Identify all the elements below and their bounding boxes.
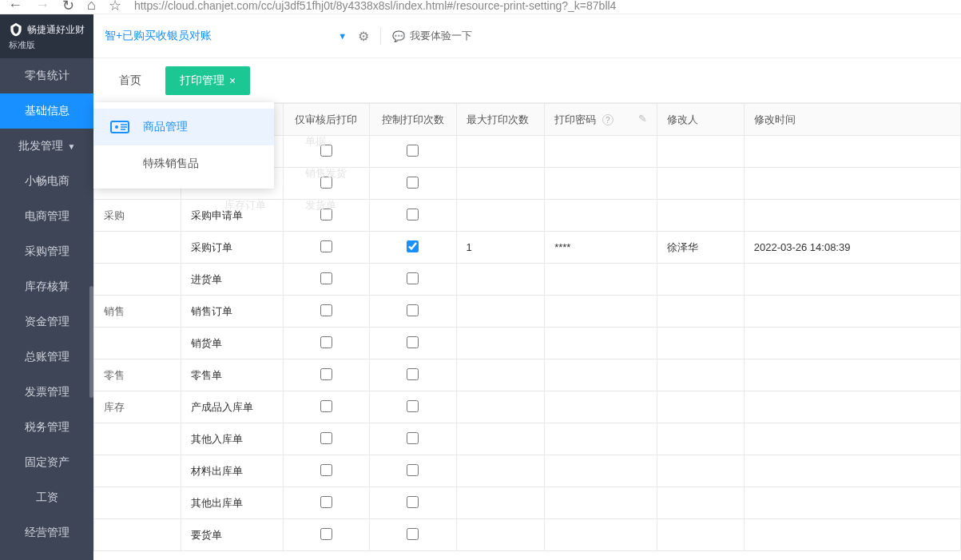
flyout-item-0[interactable]: 商品管理: [93, 109, 274, 145]
after-audit-checkbox[interactable]: [320, 177, 332, 189]
edit-icon[interactable]: ✎: [638, 113, 647, 125]
sidebar-item-label: 工资: [36, 490, 58, 505]
cell-max-count[interactable]: [456, 296, 545, 328]
tab-1[interactable]: 打印管理×: [165, 66, 250, 95]
cell-password[interactable]: [545, 423, 657, 455]
cell-max-count[interactable]: [456, 359, 545, 391]
after-audit-checkbox[interactable]: [320, 336, 332, 348]
sidebar-item-2[interactable]: 批发管理▼: [0, 129, 93, 164]
cell-document: 进货单: [181, 264, 283, 296]
cell-after-audit: [283, 455, 370, 487]
cell-modifier: [657, 423, 745, 455]
logo-icon: [8, 22, 24, 38]
after-audit-checkbox[interactable]: [320, 528, 332, 540]
cell-max-count[interactable]: [456, 423, 545, 455]
control-count-checkbox[interactable]: [407, 145, 419, 157]
cell-max-count[interactable]: [456, 264, 545, 296]
cell-password[interactable]: [545, 168, 657, 200]
sidebar-item-7[interactable]: 资金管理: [0, 304, 93, 340]
control-count-checkbox[interactable]: [407, 464, 419, 476]
cell-max-count[interactable]: [456, 391, 545, 423]
chat-icon: 💬: [392, 30, 405, 42]
cell-document: 销货单: [181, 328, 283, 359]
sidebar-item-0[interactable]: 零售统计: [0, 58, 93, 93]
after-audit-checkbox[interactable]: [320, 368, 332, 380]
forward-icon[interactable]: →: [35, 0, 50, 14]
cell-modify-time: [744, 136, 960, 168]
cell-max-count[interactable]: [456, 136, 545, 168]
refresh-icon[interactable]: ↻: [62, 0, 74, 14]
cell-password[interactable]: [545, 296, 657, 328]
sidebar-item-1[interactable]: 基础信息: [0, 93, 93, 129]
tab-0[interactable]: 首页: [105, 66, 156, 95]
sidebar-item-6[interactable]: 库存核算: [0, 269, 93, 304]
flyout-item-1[interactable]: 特殊销售品: [93, 145, 274, 182]
after-audit-checkbox[interactable]: [320, 209, 332, 220]
sidebar-item-8[interactable]: 总账管理: [0, 340, 93, 375]
sidebar-item-10[interactable]: 税务管理: [0, 410, 93, 445]
cell-password[interactable]: [545, 519, 657, 551]
control-count-checkbox[interactable]: [407, 177, 419, 189]
sidebar-item-4[interactable]: 电商管理: [0, 199, 93, 234]
col-modify-time: 修改时间: [744, 104, 960, 136]
cell-max-count[interactable]: [456, 168, 545, 200]
cell-password[interactable]: [545, 359, 657, 391]
after-audit-checkbox[interactable]: [320, 304, 332, 316]
col-modifier: 修改人: [657, 104, 745, 136]
control-count-checkbox[interactable]: [407, 336, 419, 348]
control-count-checkbox[interactable]: [407, 528, 419, 540]
cell-password[interactable]: [545, 487, 657, 519]
cell-document: 采购订单: [181, 232, 283, 264]
cell-max-count[interactable]: 1: [456, 232, 545, 264]
control-count-checkbox[interactable]: [407, 400, 419, 412]
cell-password[interactable]: [545, 136, 657, 168]
submenu-flyout: 商品管理特殊销售品: [93, 102, 274, 189]
sidebar-item-12[interactable]: 工资: [0, 480, 93, 515]
cell-after-audit: [283, 168, 370, 200]
cell-max-count[interactable]: [456, 200, 545, 232]
home-icon[interactable]: ⌂: [87, 0, 96, 14]
after-audit-checkbox[interactable]: [320, 496, 332, 508]
cell-password[interactable]: [545, 391, 657, 423]
after-audit-checkbox[interactable]: [320, 400, 332, 412]
chevron-down-icon: ▼: [338, 31, 347, 41]
after-audit-checkbox[interactable]: [320, 464, 332, 476]
back-icon[interactable]: ←: [8, 0, 22, 14]
cell-max-count[interactable]: [456, 328, 545, 359]
control-count-checkbox[interactable]: [407, 209, 419, 220]
control-count-checkbox[interactable]: [407, 240, 419, 252]
sidebar-item-label: 税务管理: [25, 420, 69, 435]
control-count-checkbox[interactable]: [407, 304, 419, 316]
after-audit-checkbox[interactable]: [320, 145, 332, 157]
help-icon[interactable]: ?: [602, 114, 614, 125]
address-bar[interactable]: https://cloud.chanjet.com/cc/uj3df51fhj0…: [134, 0, 617, 12]
star-icon[interactable]: ☆: [109, 0, 121, 14]
after-audit-checkbox[interactable]: [320, 272, 332, 284]
cell-password[interactable]: [545, 200, 657, 232]
sidebar-item-13[interactable]: 经营管理: [0, 515, 93, 550]
control-count-checkbox[interactable]: [407, 496, 419, 508]
cell-password[interactable]: [545, 264, 657, 296]
after-audit-checkbox[interactable]: [320, 240, 332, 252]
cell-password[interactable]: ****: [545, 232, 657, 264]
sidebar-item-5[interactable]: 采购管理: [0, 234, 93, 269]
after-audit-checkbox[interactable]: [320, 432, 332, 444]
close-icon[interactable]: ×: [229, 74, 236, 87]
cell-password[interactable]: [545, 455, 657, 487]
control-count-checkbox[interactable]: [407, 272, 419, 284]
sidebar-item-3[interactable]: 小畅电商: [0, 164, 93, 199]
cell-max-count[interactable]: [456, 455, 545, 487]
cell-max-count[interactable]: [456, 487, 545, 519]
sidebar-item-9[interactable]: 发票管理: [0, 375, 93, 410]
experience-label: 我要体验一下: [410, 29, 472, 43]
control-count-checkbox[interactable]: [407, 368, 419, 380]
experience-link[interactable]: 💬 我要体验一下: [392, 29, 472, 43]
cell-max-count[interactable]: [456, 519, 545, 551]
main-area: 智+已购买收银员对账 ▼ ⚙ 💬 我要体验一下 首页打印管理× 商品管理特殊销售…: [93, 14, 961, 560]
cell-password[interactable]: [545, 328, 657, 359]
control-count-checkbox[interactable]: [407, 432, 419, 444]
sidebar-item-11[interactable]: 固定资产: [0, 445, 93, 480]
org-selector[interactable]: 智+已购买收银员对账 ▼: [105, 29, 347, 43]
gear-icon[interactable]: ⚙: [358, 29, 369, 44]
sidebar-item-label: 零售统计: [25, 69, 69, 83]
